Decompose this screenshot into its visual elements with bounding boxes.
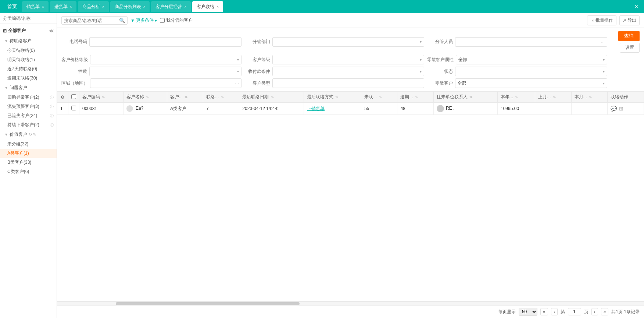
nav-tab-customer-contact[interactable]: 客户联络 × [192, 1, 223, 12]
page-total-label: 页 [584, 309, 588, 315]
close-icon[interactable]: × [70, 5, 72, 9]
sidebar-item-class-b[interactable]: B类客户(33) [0, 158, 57, 167]
prev-page-button[interactable]: ‹ [551, 308, 558, 315]
col-customer-type: 客户... ⇅ [167, 92, 203, 103]
filter-input-customer-type[interactable] [272, 78, 425, 88]
qr-icon[interactable]: ⊞ [619, 106, 623, 112]
sort-icon[interactable]: ⇅ [335, 95, 338, 99]
filter-select-status[interactable]: ▾ [455, 67, 607, 76]
filter-select-customer-grade[interactable]: ▾ [272, 55, 425, 64]
sort-icon[interactable]: ⇅ [553, 95, 556, 99]
sidebar-item-tomorrow[interactable]: 明天待联络(1) [0, 55, 57, 64]
sidebar-item-ungrouped[interactable]: 未分组(32) [0, 139, 57, 149]
setting-button[interactable]: 设置 [620, 43, 640, 53]
filter-input-phone[interactable] [89, 37, 242, 47]
sidebar-item-abnormal-repurchase[interactable]: 回购异常客户(2) ⓘ [0, 93, 57, 102]
filter-select-price-grade[interactable]: ▾ [90, 55, 242, 64]
filter-select-scatter-customer[interactable]: 全部 ▾ [455, 78, 607, 88]
sidebar-item-class-a[interactable]: A类客户(1) [0, 149, 57, 158]
nav-tab-product-list[interactable]: 商品分析列表 × [110, 1, 150, 12]
first-page-button[interactable]: « [540, 308, 548, 315]
sort-icon[interactable]: ⇅ [185, 95, 187, 99]
collapse-icon[interactable]: ≪ [49, 28, 54, 33]
last-page-button[interactable]: » [601, 308, 609, 315]
page-input[interactable] [568, 308, 581, 315]
batch-operation-button[interactable]: ☑ 批量操作 [587, 15, 616, 25]
sidebar-item-overdue[interactable]: 逾期未联络(30) [0, 74, 57, 83]
filter-select-nature[interactable]: ▾ [89, 67, 242, 76]
sort-icon[interactable]: ⇅ [469, 95, 472, 99]
sort-icon[interactable]: ⇅ [146, 95, 149, 99]
close-icon[interactable]: × [184, 5, 186, 9]
sidebar-item-churn-warning[interactable]: 流失预警客户(3) ⓘ [0, 102, 57, 111]
edit-icon[interactable]: ✎ [33, 132, 36, 137]
filter-label-manager: 分管人员 [427, 39, 453, 45]
sidebar: 🔍 ⊞ 全部客户 ≪ ▼ 待联络客户 今天待联络(0) 明天待联络(1) [0, 13, 57, 318]
my-customer-checkbox[interactable]: 我分管的客户 [160, 17, 193, 24]
sidebar-item-declining[interactable]: 持续下滑客户(2) ⓘ [0, 120, 57, 130]
table-settings-col[interactable]: ⚙ [57, 92, 68, 103]
close-icon[interactable]: × [42, 5, 44, 9]
filter-select-payment[interactable]: ▾ [272, 67, 425, 76]
more-filter-button[interactable]: ▼ 更多条件 ▾ [130, 17, 157, 24]
sort-icon[interactable]: ⇅ [589, 95, 592, 99]
filter-row-1: 电话号码 分管部门 ▾ 分管人员 ··· [61, 31, 640, 53]
refresh-icon[interactable]: ↻ [29, 132, 32, 137]
close-icon[interactable]: × [143, 5, 146, 9]
filter-row-4: 区域（地区） ··· 客户类型 零散客户 全部 ▾ [61, 78, 640, 88]
filter-label-phone: 电话号码 [61, 39, 87, 45]
sidebar-all-customers[interactable]: ⊞ 全部客户 ≪ [0, 25, 57, 36]
nav-tab-product-analysis[interactable]: 商品分析 × [78, 1, 109, 12]
sidebar-item-churned[interactable]: 已流失客户(24) ⓘ [0, 111, 57, 120]
sort-icon[interactable]: ⇅ [221, 95, 224, 99]
filter-row-3: 性质 ▾ 收付款条件 ▾ 状态 [61, 67, 640, 76]
sidebar-tree: ⊞ 全部客户 ≪ ▼ 待联络客户 今天待联络(0) 明天待联络(1) 近7天待联… [0, 24, 57, 318]
export-button[interactable]: ↗ 导出 [619, 15, 640, 25]
nav-tab-sales[interactable]: 销货单 × [22, 1, 49, 12]
info-icon: ⓘ [50, 104, 54, 109]
query-button[interactable]: 查询 [618, 31, 640, 41]
close-icon[interactable]: × [102, 5, 104, 9]
per-page-select[interactable]: 50 100 200 [519, 308, 537, 316]
my-customer-check[interactable] [160, 18, 165, 23]
filter-status: 状态 ▾ [427, 67, 607, 76]
sort-icon[interactable]: ⇅ [515, 95, 518, 99]
select-all-checkbox[interactable] [71, 94, 76, 99]
sort-icon[interactable]: ⇅ [102, 95, 105, 99]
row-contacts: RE . [433, 103, 497, 115]
nav-tab-customer-segment[interactable]: 客户分层经营 × [151, 1, 191, 12]
close-icon[interactable]: × [217, 5, 219, 9]
search-box[interactable]: 🔍 [61, 16, 128, 25]
scrollbar-thumb[interactable] [116, 302, 300, 305]
last-contact-link[interactable]: 下销货单 [307, 106, 325, 111]
sidebar-group-pending[interactable]: ▼ 待联络客户 [0, 36, 57, 46]
sidebar-item-7days[interactable]: 近7天待联络(0) [0, 64, 57, 74]
search-icon[interactable]: 🔍 [119, 18, 125, 23]
sort-icon[interactable]: ⇅ [379, 95, 382, 99]
filter-select-region[interactable]: ··· [90, 78, 242, 88]
row-checkbox[interactable] [71, 106, 76, 110]
search-input[interactable] [64, 18, 119, 23]
row-checkbox-cell[interactable] [68, 103, 79, 115]
filter-select-manager[interactable]: ··· [455, 37, 607, 47]
sidebar-item-class-c[interactable]: C类客户(6) [0, 167, 57, 176]
next-page-button[interactable]: › [591, 308, 598, 315]
chat-icon[interactable]: 💬 [611, 106, 617, 112]
sidebar-group-problem[interactable]: ▼ 问题客户 [0, 83, 57, 93]
col-last-contact-date: 最后联络日期 ⇅ [239, 92, 304, 103]
row-last-contact-method[interactable]: 下销货单 [304, 103, 361, 115]
filter-select-scatter-attr[interactable]: 全部 ▾ [456, 55, 607, 64]
sidebar-search-input[interactable] [3, 16, 57, 21]
filter-select-dept[interactable]: ▾ [272, 37, 425, 47]
filter-nature: 性质 ▾ [61, 67, 242, 76]
sort-icon[interactable]: ⇅ [415, 95, 418, 99]
sort-icon[interactable]: ⇅ [271, 95, 274, 99]
horizontal-scrollbar[interactable] [57, 301, 644, 305]
toolbar: 🔍 ▼ 更多条件 ▾ 我分管的客户 ☑ 批量操作 ↗ 导出 [57, 13, 644, 28]
close-all-button[interactable]: × [632, 3, 641, 10]
sidebar-group-value[interactable]: ▼ 价值客户 ↻ ✎ [0, 130, 57, 139]
nav-tab-purchase[interactable]: 进货单 × [50, 1, 76, 12]
table-checkbox-col[interactable] [68, 92, 79, 103]
nav-home[interactable]: 首页 [3, 0, 21, 13]
sidebar-item-today[interactable]: 今天待联络(0) [0, 46, 57, 55]
